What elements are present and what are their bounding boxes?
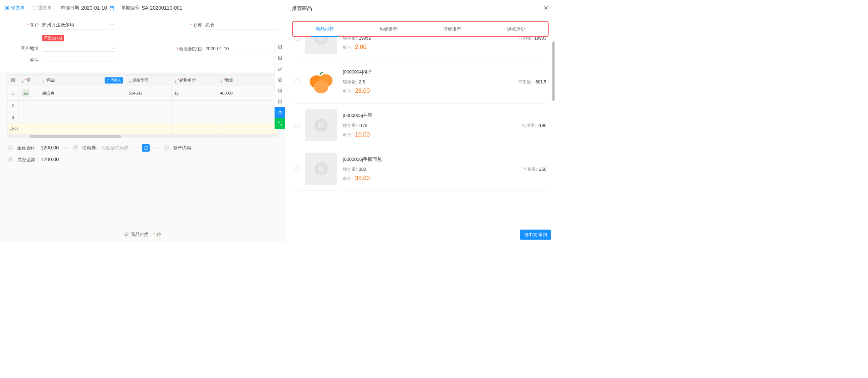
tab-new[interactable]: 新品推荐 xyxy=(311,22,338,37)
row-product-name[interactable]: 果倍爽 xyxy=(39,86,126,101)
sum-label: 金额合计: xyxy=(17,145,37,151)
calendar-icon[interactable] xyxy=(109,5,114,10)
table-row[interactable]: 2 xyxy=(7,100,278,112)
tab-return-order[interactable]: 退货单 xyxy=(31,5,51,11)
item-name: [0000006]手撕面包 xyxy=(343,156,546,162)
row-spec[interactable]: 534532 xyxy=(126,86,172,101)
doc-type-tabs: 销货单 退货单 单据日期 2020-01-10 单据编号 SA-20200110… xyxy=(0,0,285,16)
coupon-refresh-button[interactable] xyxy=(142,144,150,152)
svg-rect-0 xyxy=(110,6,114,10)
item-checkbox[interactable] xyxy=(295,167,300,172)
address-input[interactable] xyxy=(42,45,115,52)
tool-expand[interactable] xyxy=(275,118,285,129)
item-stock: -178 xyxy=(359,123,367,128)
coupon-label: 优惠券: xyxy=(82,145,97,151)
doc-date-value[interactable]: 2020-01-10 xyxy=(81,5,107,11)
coupon-icon: 券 xyxy=(73,145,78,150)
tab-return-label: 退货单 xyxy=(38,5,51,11)
col-qty[interactable]: 数量 xyxy=(225,78,233,83)
close-icon[interactable]: ✕ xyxy=(543,5,548,12)
tool-star[interactable] xyxy=(275,107,285,118)
row-thumb xyxy=(19,86,39,101)
sum-value: 1200.00 xyxy=(41,145,59,151)
discount-icon: % xyxy=(164,145,169,150)
tool-currency[interactable] xyxy=(275,96,285,107)
tool-notes[interactable] xyxy=(275,41,285,52)
tab-hot[interactable]: 热销推荐 xyxy=(375,22,402,36)
kinds-value: 1 xyxy=(153,232,155,237)
customer-label: 客户 xyxy=(30,22,39,27)
item-name: [0000005]芒果 xyxy=(343,113,546,119)
row-unit[interactable]: 包 xyxy=(172,86,217,101)
list-item[interactable]: [0000005]芒果 现存量:-178 可用量:-190 单价:10.00 xyxy=(292,104,548,147)
footer-summary: ☰ 商品种类 : 1 种 xyxy=(0,228,285,242)
col-unit[interactable]: 销售单位 xyxy=(179,78,196,83)
item-checkbox[interactable] xyxy=(295,79,300,84)
col-spec[interactable]: 规格型号 xyxy=(132,78,148,83)
list-item[interactable]: [0000006]手撕面包 现存量:300 可用量:256 单价:38.00 xyxy=(292,147,548,191)
list-item[interactable]: [0000004]橘子 现存量:2.5 可用量:-681.5 单价:28.00 xyxy=(292,60,548,103)
table-row[interactable]: 3 xyxy=(7,112,278,123)
minus-icon: — xyxy=(154,144,160,152)
tool-swap[interactable] xyxy=(275,74,285,85)
item-thumb xyxy=(305,37,337,54)
table-h-scrollbar[interactable] xyxy=(7,135,279,138)
refresh-icon xyxy=(143,145,148,150)
recommend-list[interactable]: 250ml 现存量:19952 可用量:19903 单价:2.00 [00000… xyxy=(285,37,556,242)
tool-link[interactable] xyxy=(275,63,285,74)
scan-input-button[interactable]: 扫码录入 xyxy=(105,77,123,83)
warehouse-input[interactable]: 总仓 xyxy=(205,21,279,30)
svg-point-5 xyxy=(278,78,282,82)
doc-no-value: SA-20200110-001 xyxy=(142,5,182,11)
svg-point-10 xyxy=(314,81,328,93)
svg-point-1 xyxy=(12,79,14,80)
selected-return-button[interactable]: 选中(0) 返回 xyxy=(520,230,551,240)
item-price: 28.00 xyxy=(355,87,370,94)
list-v-scrollbar[interactable] xyxy=(552,41,555,101)
duedate-input[interactable]: 2020-01-10 xyxy=(205,45,279,53)
coupon-input[interactable]: 无匹配优惠券 xyxy=(101,144,138,152)
item-avail: -190 xyxy=(538,123,546,128)
svg-point-12 xyxy=(315,162,328,175)
doc-no-label: 单据编号 xyxy=(121,5,139,11)
table-row[interactable]: 1 果倍爽 534532 包 400.00 xyxy=(7,86,278,101)
tab-slow[interactable]: 滞销推荐 xyxy=(439,22,466,36)
list-item[interactable]: 250ml 现存量:19952 可用量:19903 单价:2.00 xyxy=(292,37,548,60)
recommend-tabs: 新品推荐 热销推荐 滞销推荐 浏览历史 xyxy=(292,21,548,37)
recommend-panel-title: 推荐商品 xyxy=(292,5,312,11)
item-thumb xyxy=(305,153,337,185)
deal-icon: ✶ xyxy=(8,157,13,162)
tab-sales-order[interactable]: 销货单 xyxy=(5,5,25,11)
item-stock: 19952 xyxy=(359,37,371,41)
item-thumb xyxy=(305,109,337,142)
tool-chart[interactable] xyxy=(275,52,285,63)
item-stock: 2.5 xyxy=(359,80,365,84)
tool-shield[interactable] xyxy=(275,85,285,96)
warehouse-value: 总仓 xyxy=(205,22,215,28)
yen-icon: ¥ xyxy=(8,145,13,150)
customer-input[interactable]: 苏州万达沃尔玛 ··· xyxy=(42,21,115,30)
customer-more-icon[interactable]: ··· xyxy=(110,22,116,28)
col-image[interactable]: 商 xyxy=(26,78,31,83)
chevron-down-icon[interactable] xyxy=(112,46,115,50)
svg-point-7 xyxy=(315,37,328,45)
deal-label: 成交金额: xyxy=(17,157,37,163)
row-qty[interactable]: 400.00 xyxy=(217,86,278,101)
bill-discount-label: 整单优惠: xyxy=(173,145,193,151)
subtotal-row: 小计 xyxy=(7,123,278,134)
address-label: 客户地址 xyxy=(21,46,39,51)
svg-rect-2 xyxy=(21,88,30,97)
table-settings-button[interactable] xyxy=(7,75,19,86)
duedate-value: 2020-01-10 xyxy=(205,46,229,52)
item-checkbox[interactable] xyxy=(295,37,300,41)
payment-term-badge: 不固定账期 xyxy=(42,35,64,41)
item-avail: -681.5 xyxy=(534,80,546,84)
col-product[interactable]: 商品 xyxy=(47,78,55,82)
customer-value: 苏州万达沃尔玛 xyxy=(42,22,74,28)
doc-date-label: 单据日期 xyxy=(61,5,79,11)
row-index: 1 xyxy=(7,86,19,101)
tab-history[interactable]: 浏览历史 xyxy=(502,22,530,36)
item-name: [0000004]橘子 xyxy=(343,69,546,75)
remark-input[interactable] xyxy=(42,59,115,62)
item-checkbox[interactable] xyxy=(295,123,300,128)
